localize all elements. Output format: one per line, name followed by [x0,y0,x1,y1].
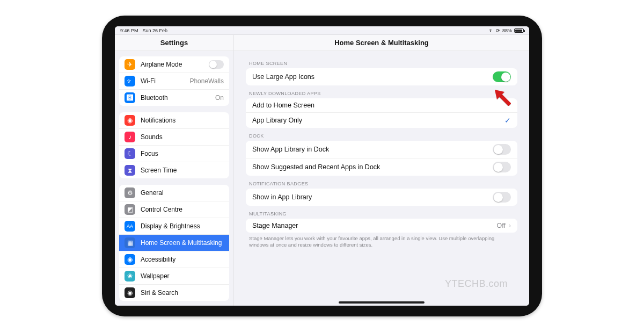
row-show-suggested-recent-apps[interactable]: Show Suggested and Recent Apps in Dock [246,158,517,176]
airplane-icon: ✈ [125,59,135,70]
screentime-icon: ⧗ [125,165,135,176]
sidebar-item-wallpaper[interactable]: ❀ Wallpaper [119,268,229,285]
notifications-icon: ◉ [125,115,135,126]
section-header-dock: Dock [249,133,517,139]
card-newly-downloaded: Add to Home Screen App Library Only ✓ [246,98,517,128]
sidebar-item-display[interactable]: AA Display & Brightness [119,218,229,235]
row-label: Show in App Library [252,193,493,201]
section-header-home-screen: Home Screen [249,61,517,66]
bluetooth-value: On [215,94,224,102]
home-indicator[interactable] [339,301,425,304]
sidebar-item-label: Display & Brightness [141,222,224,230]
wifi-value: PhoneWalls [189,77,224,85]
toggle-show-app-library-in-dock[interactable] [493,144,511,155]
card-badges: Show in App Library [246,189,517,206]
sidebar-item-label: Siri & Search [141,289,224,297]
accessibility-icon: ◉ [125,254,135,265]
toggle-show-suggested-recent-apps[interactable] [493,162,511,172]
sidebar-item-label: Screen Time [141,167,224,174]
row-stage-manager[interactable]: Stage Manager Off › [246,219,517,233]
multitasking-footer: Stage Manager lets you work with your fa… [249,235,514,249]
sidebar-item-airplane[interactable]: ✈ Airplane Mode [119,56,229,73]
section-header-multitasking: Multitasking [249,211,517,216]
sounds-icon: ♪ [125,132,135,142]
sidebar-item-wifi[interactable]: ᯤ Wi-Fi PhoneWalls [119,73,229,90]
sidebar-item-label: Wi-Fi [141,77,184,85]
card-home-screen: Use Large App Icons [246,68,517,85]
airplane-toggle[interactable] [209,60,224,69]
sidebar-item-label: Wallpaper [141,272,224,280]
toggle-use-large-app-icons[interactable] [493,71,511,82]
row-label: App Library Only [252,117,504,124]
sidebar-item-label: Airplane Mode [141,61,203,68]
status-bar: 9:46 PM Sun 26 Feb ᯤ ⟳ 88% [115,26,529,35]
check-icon: ✓ [504,116,511,125]
bluetooth-icon: 🅱 [125,92,135,103]
sidebar-item-label: Bluetooth [141,94,210,102]
sidebar-item-notifications[interactable]: ◉ Notifications [119,112,229,129]
wifi-icon: ᯤ [125,76,135,86]
sidebar-item-bluetooth[interactable]: 🅱 Bluetooth On [119,90,229,106]
row-label: Show Suggested and Recent Apps in Dock [252,163,493,171]
display-icon: AA [125,221,135,232]
stage-manager-value: Off [497,222,506,229]
general-icon: ⚙ [125,187,135,198]
row-app-library-only[interactable]: App Library Only ✓ [246,113,517,128]
sidebar-item-label: General [141,189,224,197]
sidebar-item-focus[interactable]: ☾ Focus [119,146,229,162]
detail-title: Home Screen & Multitasking [234,35,529,51]
focus-icon: ☾ [125,148,135,159]
status-date: Sun 26 Feb [143,28,168,33]
wifi-status-icon: ᯤ [489,28,494,33]
row-label: Stage Manager [252,222,497,229]
sidebar-item-homescreen[interactable]: ▦ Home Screen & Multitasking [119,235,229,251]
sidebar-item-accessibility[interactable]: ◉ Accessibility [119,251,229,268]
battery-percent: 88% [502,28,512,33]
ipad-screen: 9:46 PM Sun 26 Feb ᯤ ⟳ 88% Settings ✈ Ai… [115,26,529,306]
section-header-badges: Notification Badges [249,181,517,186]
chevron-right-icon: › [509,222,511,229]
card-multitasking: Stage Manager Off › [246,219,517,233]
battery-icon [514,28,524,33]
sidebar-item-label: Accessibility [141,256,224,263]
row-label: Show App Library in Dock [252,146,493,153]
ipad-frame: 9:46 PM Sun 26 Feb ᯤ ⟳ 88% Settings ✈ Ai… [102,16,542,316]
toggle-show-in-app-library[interactable] [493,192,511,203]
sidebar-group-alerts: ◉ Notifications ♪ Sounds ☾ Focus ⧗ [119,112,229,178]
row-add-to-home-screen[interactable]: Add to Home Screen [246,98,517,113]
row-label: Add to Home Screen [252,102,511,109]
sidebar-item-label: Sounds [141,133,224,141]
sidebar-group-general: ⚙ General ◩ Control Centre AA Display & … [119,185,229,301]
section-header-newly-downloaded: Newly Downloaded Apps [249,91,517,96]
detail-scroll[interactable]: Home Screen Use Large App Icons Newly Do… [234,51,529,306]
sidebar-item-screentime[interactable]: ⧗ Screen Time [119,162,229,178]
row-show-in-app-library[interactable]: Show in App Library [246,189,517,206]
sidebar-title: Settings [115,35,233,51]
sidebar-item-general[interactable]: ⚙ General [119,185,229,201]
sidebar-scroll[interactable]: ✈ Airplane Mode ᯤ Wi-Fi PhoneWalls 🅱 Blu… [115,51,233,306]
sidebar-item-label: Notifications [141,117,224,124]
sidebar-item-siri[interactable]: ◉ Siri & Search [119,285,229,301]
detail-pane: Home Screen & Multitasking Home Screen U… [234,35,529,306]
sidebar-item-label: Home Screen & Multitasking [141,239,224,247]
homescreen-icon: ▦ [125,237,135,248]
sidebar-item-label: Control Centre [141,206,224,213]
sidebar-item-sounds[interactable]: ♪ Sounds [119,129,229,146]
card-dock: Show App Library in Dock Show Suggested … [246,141,517,176]
sidebar-group-connectivity: ✈ Airplane Mode ᯤ Wi-Fi PhoneWalls 🅱 Blu… [119,56,229,106]
row-use-large-app-icons[interactable]: Use Large App Icons [246,68,517,85]
orientation-lock-icon: ⟳ [496,28,500,33]
row-show-app-library-in-dock[interactable]: Show App Library in Dock [246,141,517,158]
status-time: 9:46 PM [120,28,138,33]
controlcentre-icon: ◩ [125,204,135,215]
row-label: Use Large App Icons [252,73,493,81]
sidebar-item-controlcentre[interactable]: ◩ Control Centre [119,201,229,218]
settings-sidebar: Settings ✈ Airplane Mode ᯤ Wi-Fi PhoneWa… [115,35,234,306]
wallpaper-icon: ❀ [125,271,135,282]
sidebar-item-label: Focus [141,150,224,157]
siri-icon: ◉ [125,287,135,298]
